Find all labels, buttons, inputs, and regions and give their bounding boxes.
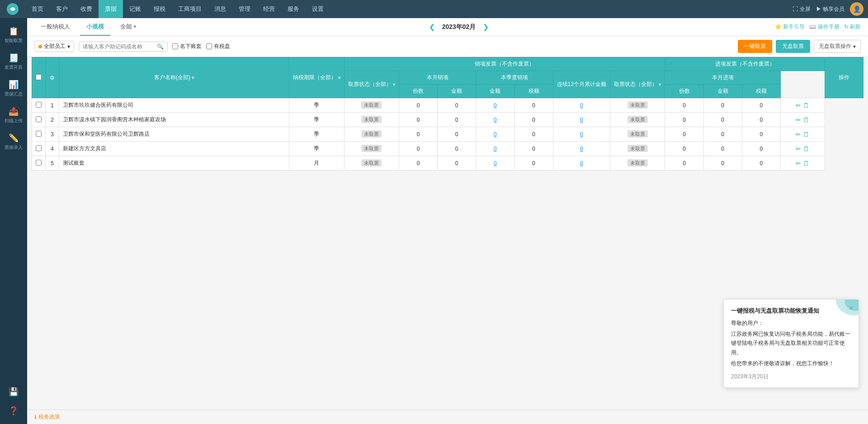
row-checkbox-2[interactable] — [32, 127, 46, 142]
row-sales-monthly-amount-2: 0 — [438, 127, 476, 142]
col-sales-fetch-status: 取票状态（全部） ▾ — [344, 71, 399, 98]
has-tax-disk-checkbox[interactable] — [206, 43, 212, 49]
smart-fetch-icon: 📋 — [9, 26, 19, 36]
row-edit-btn-0[interactable]: ✏ — [796, 102, 801, 109]
row-view-btn-2[interactable]: 🗒 — [803, 131, 809, 138]
sidebar-item-smart-fetch[interactable]: 📋 智能取票 — [1, 23, 26, 48]
row-in-fetch-status-1: 未取票 — [610, 113, 665, 127]
nav-billing[interactable]: 收费 — [74, 0, 99, 18]
nav-accounting[interactable]: 记账 — [123, 0, 147, 18]
notification-close-btn[interactable]: ✕ — [849, 303, 854, 314]
row-sales-accumulated-0: 0 — [553, 98, 610, 113]
sidebar-item-invoice-issue[interactable]: 🧾 发票开具 — [1, 49, 26, 74]
row-in-monthly-amount-0: 0 — [703, 98, 742, 113]
col-in-fetch-status: 取票状态（全部） ▾ — [610, 71, 665, 98]
my-account-checkbox[interactable] — [172, 43, 178, 49]
sales-fetch-filter-icon[interactable]: ▾ — [393, 82, 395, 87]
manual-btn[interactable]: 📖 操作手册 — [809, 23, 839, 31]
row-sales-accumulated-4: 0 — [553, 156, 610, 171]
row-sales-fetch-status-0: 未取票 — [344, 98, 399, 113]
tax-period-filter-icon[interactable]: ▾ — [338, 75, 340, 80]
tab-all[interactable]: 全能 ▾ — [114, 19, 143, 36]
invoice-summary-icon: 📊 — [9, 80, 19, 90]
row-sales-fetch-status-3: 未取票 — [344, 142, 399, 156]
in-fetch-filter-icon[interactable]: ▾ — [659, 82, 661, 87]
col-sales-monthly-count: 份数 — [399, 85, 437, 98]
row-edit-btn-2[interactable]: ✏ — [796, 131, 801, 138]
nav-service[interactable]: 服务 — [281, 0, 306, 18]
col-in-group: 进项发票（不含作废票） — [665, 57, 825, 71]
row-checkbox-0[interactable] — [32, 98, 46, 113]
select-all-checkbox[interactable] — [36, 74, 42, 80]
row-checkbox-1[interactable] — [32, 113, 46, 127]
row-edit-btn-4[interactable]: ✏ — [796, 160, 801, 167]
sidebar-item-scan-upload[interactable]: 📤 扫描上传 — [1, 103, 26, 128]
row-actions-3: ✏ 🗒 — [781, 142, 825, 156]
row-in-monthly-tax-4: 0 — [742, 156, 780, 171]
sidebar-item-invoice-entry[interactable]: ✏️ 票据录入 — [1, 129, 26, 154]
row-sales-accumulated-2: 0 — [553, 127, 610, 142]
row-edit-btn-3[interactable]: ✏ — [796, 145, 801, 152]
row-view-btn-3[interactable]: 🗒 — [803, 145, 809, 152]
row-edit-btn-1[interactable]: ✏ — [796, 116, 801, 124]
row-view-btn-1[interactable]: 🗒 — [803, 116, 809, 124]
nav-home[interactable]: 首页 — [25, 0, 50, 18]
next-month-btn[interactable]: ❯ — [480, 22, 491, 32]
sidebar-item-invoice-summary[interactable]: 📊 票据汇总 — [1, 76, 26, 101]
row-checkbox-4[interactable] — [32, 156, 46, 171]
row-sales-monthly-amount-0: 0 — [438, 98, 476, 113]
fullscreen-btn[interactable]: ⛶ 全屏 — [793, 5, 810, 13]
no-disk-fetch-btn[interactable]: 无盘取票 — [776, 40, 810, 53]
sidebar-help[interactable]: ❓ — [1, 402, 26, 419]
table-row: 5 测试账套 月 未取票 0 0 0 0 0 未取票 0 0 0 ✏ 🗒 — [32, 156, 863, 171]
settings-icon[interactable]: ⚙ — [50, 75, 55, 81]
nav-invoice[interactable]: 票据 — [99, 0, 123, 18]
one-key-fetch-btn[interactable]: 一键取票 — [738, 40, 772, 53]
nav-customer[interactable]: 客户 — [50, 0, 74, 18]
row-customer-4: 测试账套 — [59, 156, 289, 171]
tab-all-dropdown-icon[interactable]: ▾ — [133, 23, 137, 30]
customer-filter-icon[interactable]: ▾ — [192, 75, 194, 80]
row-sales-monthly-amount-1: 0 — [438, 113, 476, 127]
nav-commerce[interactable]: 工商项目 — [172, 0, 208, 18]
col-sales-monthly: 本月销项 — [399, 71, 476, 85]
row-in-monthly-amount-1: 0 — [703, 113, 742, 127]
user-avatar[interactable]: 👤 — [850, 2, 863, 16]
tax-policy-link[interactable]: 税务政策 — [38, 413, 60, 421]
row-sales-monthly-count-3: 0 — [399, 142, 437, 156]
member-btn[interactable]: ▶ 畅享会员 — [816, 5, 844, 13]
my-account-checkbox-label[interactable]: 名下账套 — [172, 43, 202, 50]
row-sales-monthly-count-0: 0 — [399, 98, 437, 113]
invoice-entry-icon: ✏️ — [9, 133, 19, 143]
row-sales-monthly-count-1: 0 — [399, 113, 437, 127]
filter-bar-buttons: 一键取票 无盘取票 无盘取票操作 ▾ — [738, 40, 861, 53]
tax-policy-icon: ℹ — [34, 414, 37, 420]
sidebar-download[interactable]: 💾 — [1, 383, 26, 400]
prev-month-btn[interactable]: ❮ — [426, 22, 438, 32]
employee-filter-dropdown-icon: ▾ — [67, 43, 70, 50]
row-view-btn-0[interactable]: 🗒 — [803, 102, 809, 109]
search-icon[interactable]: 🔍 — [157, 43, 164, 50]
no-disk-operation-btn[interactable]: 无盘取票操作 ▾ — [814, 40, 861, 53]
has-tax-disk-checkbox-label[interactable]: 有税盘 — [206, 43, 230, 50]
row-view-btn-4[interactable]: 🗒 — [803, 160, 809, 167]
tab-general-taxpayer[interactable]: 一般纳税人 — [34, 19, 76, 36]
row-tax-period-4: 月 — [289, 156, 344, 171]
refresh-btn[interactable]: ↻ 刷新 — [844, 23, 861, 31]
new-guide-btn[interactable]: ⭐ 新手引导 — [775, 23, 805, 31]
row-checkbox-3[interactable] — [32, 142, 46, 156]
filter-bar: 全部员工 ▾ 🔍 名下账套 有税盘 一键取票 无盘取票 无盘取票操作 ▾ — [27, 36, 868, 57]
nav-tax[interactable]: 报税 — [147, 0, 172, 18]
row-in-monthly-count-4: 0 — [665, 156, 703, 171]
nav-manage[interactable]: 管理 — [232, 0, 257, 18]
employee-filter[interactable]: 全部员工 ▾ — [34, 41, 74, 52]
nav-message[interactable]: 消息 — [208, 0, 232, 18]
search-input[interactable] — [83, 43, 155, 50]
tab-small-scale[interactable]: 小规模 — [80, 19, 110, 36]
row-in-monthly-amount-4: 0 — [703, 156, 742, 171]
nav-settings[interactable]: 设置 — [306, 0, 330, 18]
nav-operation[interactable]: 经营 — [257, 0, 281, 18]
row-sales-accumulated-3: 0 — [553, 142, 610, 156]
row-actions-2: ✏ 🗒 — [781, 127, 825, 142]
col-in-monthly-amount: 金额 — [703, 85, 742, 98]
